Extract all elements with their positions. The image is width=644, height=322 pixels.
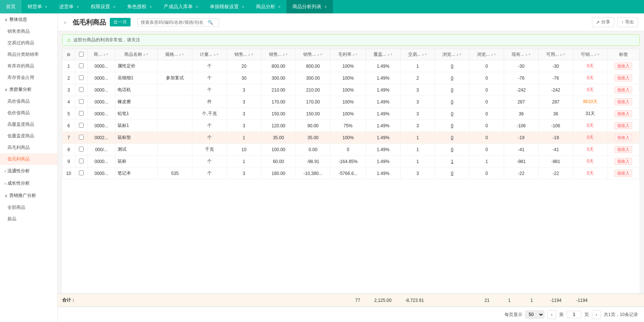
col-checkbox[interactable] xyxy=(75,49,88,60)
col-views1[interactable]: 浏览...▲▼ xyxy=(435,49,470,60)
nav-purchase-order[interactable]: 进货单 × xyxy=(53,0,85,13)
nav-close-analysis-list[interactable]: × xyxy=(324,4,327,9)
cell-sales-amount: 120.00 xyxy=(261,120,296,132)
col-transactions[interactable]: 交易...▲▼ xyxy=(400,49,435,60)
col-coverage[interactable]: 覆盖...▲▼ xyxy=(366,49,400,60)
cell-code: 0000... xyxy=(87,72,115,84)
cell-views1[interactable]: 0 xyxy=(435,168,470,179)
cell-checkbox[interactable] xyxy=(75,84,88,96)
sidebar-item-inventory-capital[interactable]: 库存资金占用 xyxy=(0,72,57,83)
cell-views1[interactable]: 0 xyxy=(435,84,470,96)
share-btn[interactable]: ⇗ 分享 xyxy=(592,17,614,27)
nav-sales-order[interactable]: 销货单 × xyxy=(22,0,53,13)
sidebar-item-low-margin[interactable]: 低毛利商品 xyxy=(0,153,57,165)
col-name[interactable]: 商品名称▲▼ xyxy=(115,49,158,60)
sidebar-group-marketing-title[interactable]: ∨ 营销推广分析 xyxy=(0,189,57,202)
row-checkbox[interactable] xyxy=(79,75,84,80)
col-tag[interactable]: 标签 xyxy=(608,49,640,60)
cell-checkbox[interactable] xyxy=(75,120,88,132)
collapse-sidebar-btn[interactable]: « xyxy=(64,19,67,25)
cell-checkbox[interactable] xyxy=(75,132,88,144)
nav-role-auth[interactable]: 角色授权 × xyxy=(121,0,158,13)
nav-close-permission[interactable]: × xyxy=(113,4,115,9)
sidebar-item-sales-goods[interactable]: 销售类商品 xyxy=(0,26,57,37)
nav-product-analysis-list[interactable]: 商品分析列表 × xyxy=(286,0,333,13)
search-input[interactable] xyxy=(141,20,208,25)
nav-home[interactable]: 首页 xyxy=(0,0,22,13)
data-table-wrapper[interactable]: ⚙ 商...▲▼ 商品名称▲▼ 规格...▲▼ 计量...▲▼ 销售...▲▼ … xyxy=(62,49,640,293)
cell-views1[interactable]: 0 xyxy=(435,120,470,132)
col-stock-saleable[interactable]: 可销...▲▼ xyxy=(573,49,608,60)
row-checkbox[interactable] xyxy=(79,159,84,163)
sidebar-group-overall-title[interactable]: ∨ 整体信息 xyxy=(0,13,57,26)
sidebar-item-low-coverage[interactable]: 低覆盖度商品 xyxy=(0,130,57,142)
sidebar-item-high-coverage[interactable]: 高覆盖度商品 xyxy=(0,119,57,130)
cell-checkbox[interactable] xyxy=(75,144,88,156)
cell-views1[interactable]: 1 xyxy=(435,156,470,168)
col-sales-amount[interactable]: 销售...▲▼ xyxy=(261,49,296,60)
row-checkbox[interactable] xyxy=(79,135,84,140)
nav-permission-settings[interactable]: 权限设置 × xyxy=(85,0,121,13)
col-sales-count[interactable]: 销售...▲▼ xyxy=(227,49,261,60)
prev-page-btn[interactable]: ‹ xyxy=(547,310,556,319)
cell-checkbox[interactable] xyxy=(75,96,88,108)
search-icon[interactable]: 🔍 xyxy=(208,20,213,25)
row-checkbox[interactable] xyxy=(79,87,84,92)
col-spec[interactable]: 规格...▲▼ xyxy=(158,49,192,60)
col-code[interactable]: 商...▲▼ xyxy=(87,49,115,60)
cell-checkbox[interactable] xyxy=(75,72,88,84)
cell-checkbox[interactable] xyxy=(75,60,88,72)
nav-close-purchase[interactable]: × xyxy=(77,4,79,9)
cell-views1[interactable]: 0 xyxy=(435,60,470,72)
next-page-btn[interactable]: › xyxy=(592,310,601,319)
nav-template-settings[interactable]: 单据模板设置 × xyxy=(204,0,250,13)
sidebar-group-flow-title[interactable]: › 流通性分析 xyxy=(0,165,57,177)
sidebar-item-new-goods[interactable]: 新品 xyxy=(0,213,57,225)
sidebar-item-traded-goods[interactable]: 交易过的商品 xyxy=(0,37,57,49)
row-checkbox[interactable] xyxy=(79,99,84,104)
cell-views1[interactable]: 0 xyxy=(435,144,470,156)
nav-close-template[interactable]: × xyxy=(242,4,244,9)
per-page-select[interactable]: 50 10 20 100 xyxy=(525,310,544,319)
sidebar-item-high-margin[interactable]: 高毛利商品 xyxy=(0,142,57,153)
time-filter-btn[interactable]: 近一月 xyxy=(110,18,131,26)
nav-product-analysis[interactable]: 商品分析 × xyxy=(250,0,286,13)
nav-close-analysis[interactable]: × xyxy=(278,4,281,9)
sidebar-item-category-rate[interactable]: 商品分类助销率 xyxy=(0,49,57,60)
cell-views1[interactable]: 0 xyxy=(435,132,470,144)
sidebar-group-growth-title[interactable]: › 成长性分析 xyxy=(0,177,57,189)
cell-transactions: 1 xyxy=(400,60,435,72)
sidebar-group-cluster-title[interactable]: ∨ 类群量分析 xyxy=(0,83,57,96)
page-number-input[interactable] xyxy=(567,311,581,318)
col-stock-current[interactable]: 现有...▲▼ xyxy=(504,49,539,60)
cell-checkbox[interactable] xyxy=(75,156,88,168)
row-checkbox[interactable] xyxy=(79,147,84,152)
cell-checkbox[interactable] xyxy=(75,168,88,179)
col-gross-margin[interactable]: 毛利率▲▼ xyxy=(330,49,366,60)
nav-product-inbound[interactable]: 产成品入库单 × xyxy=(158,0,204,13)
row-checkbox[interactable] xyxy=(79,111,84,116)
col-sales-profit[interactable]: 销售...▲▼ xyxy=(296,49,330,60)
settings-icon[interactable]: ⚙ xyxy=(67,52,71,57)
sidebar-item-stocked-goods[interactable]: 有库存的商品 xyxy=(0,60,57,72)
col-stock-available[interactable]: 可用...▲▼ xyxy=(538,49,573,60)
nav-close-inbound[interactable]: × xyxy=(196,4,198,9)
cell-views1[interactable]: 0 xyxy=(435,108,470,120)
nav-close-role[interactable]: × xyxy=(150,4,152,9)
cell-checkbox[interactable] xyxy=(75,108,88,120)
row-checkbox[interactable] xyxy=(79,123,84,128)
cell-views1[interactable]: 0 xyxy=(435,96,470,108)
row-checkbox[interactable] xyxy=(79,170,84,175)
col-unit[interactable]: 计量...▲▼ xyxy=(192,49,227,60)
col-settings[interactable]: ⚙ xyxy=(63,49,75,60)
sidebar-item-high-value[interactable]: 高价值商品 xyxy=(0,96,57,107)
nav-close-sales-order[interactable]: × xyxy=(45,4,47,9)
select-all-checkbox[interactable] xyxy=(79,52,84,57)
row-checkbox[interactable] xyxy=(79,63,84,68)
cell-views1[interactable]: 0 xyxy=(435,72,470,84)
col-views2[interactable]: 浏览...▲▼ xyxy=(470,49,504,60)
sidebar-item-all-goods[interactable]: 全部商品 xyxy=(0,202,57,213)
sidebar-item-low-value[interactable]: 低价值商品 xyxy=(0,107,57,119)
cell-sales-profit: 0.00 xyxy=(296,144,330,156)
export-btn[interactable]: ↑ 导出 xyxy=(617,17,638,27)
